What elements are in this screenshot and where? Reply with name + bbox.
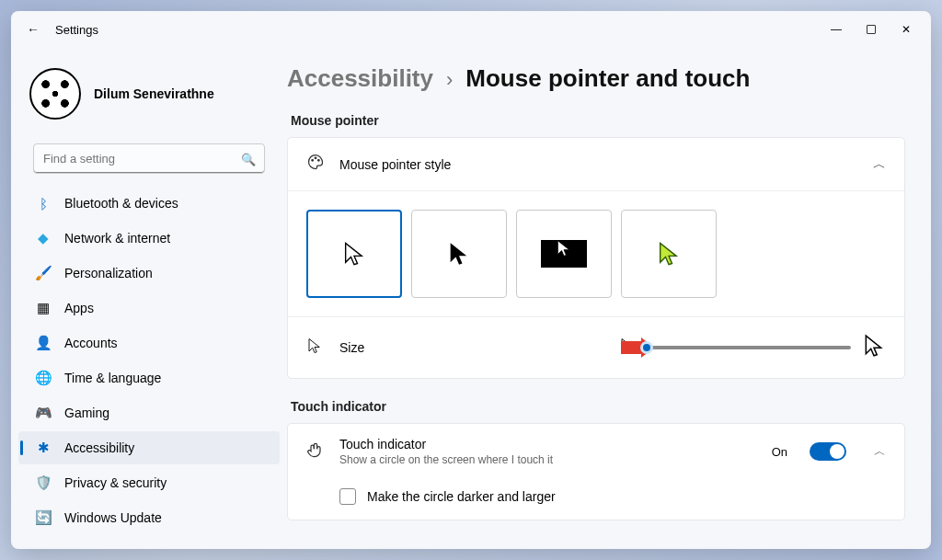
svg-point-2 <box>318 160 320 162</box>
toggle-state-label: On <box>772 445 787 459</box>
touch-icon <box>306 440 325 463</box>
apps-icon: ▦ <box>35 300 52 316</box>
avatar <box>29 68 81 120</box>
back-button[interactable]: ← <box>22 18 44 40</box>
sidebar-item-label: Windows Update <box>64 510 162 525</box>
search-icon: 🔍 <box>241 152 256 166</box>
personalization-icon: 🖌️ <box>35 265 52 281</box>
pointer-style-inverted[interactable] <box>516 210 612 298</box>
touch-indicator-card: Touch indicator Show a circle on the scr… <box>287 423 905 520</box>
update-icon: 🔄 <box>35 509 52 526</box>
pointer-style-card: Mouse pointer style ︿ <box>287 137 905 379</box>
settings-window: ← Settings — ✕ Dilum Senevirathne 🔍 ᛒ Bl… <box>11 11 931 549</box>
breadcrumb-parent[interactable]: Accessibility <box>287 64 433 93</box>
sidebar-item-accounts[interactable]: 👤 Accounts <box>18 326 280 360</box>
sidebar-item-label: Apps <box>64 301 94 315</box>
page-title: Mouse pointer and touch <box>465 64 750 93</box>
sidebar-item-label: Gaming <box>64 406 109 420</box>
sidebar-item-label: Privacy & security <box>64 475 167 490</box>
slider-thumb[interactable] <box>640 341 653 354</box>
pointer-style-custom[interactable] <box>621 210 717 298</box>
bluetooth-icon: ᛒ <box>35 195 52 211</box>
cursor-small-icon <box>306 337 323 358</box>
pointer-style-white[interactable] <box>306 210 402 298</box>
section-touch-title: Touch indicator <box>291 399 905 414</box>
network-icon: ◆ <box>35 230 52 246</box>
sidebar-item-personalization[interactable]: 🖌️ Personalization <box>18 257 280 290</box>
maximize-button[interactable] <box>865 23 878 36</box>
chevron-up-icon: ︿ <box>873 156 886 173</box>
titlebar: ← Settings — ✕ <box>11 11 931 48</box>
sidebar-item-update[interactable]: 🔄 Windows Update <box>18 501 280 534</box>
checkbox-label: Make the circle darker and larger <box>367 489 556 504</box>
sidebar-item-privacy[interactable]: 🛡️ Privacy & security <box>18 466 280 499</box>
cursor-large-icon <box>862 334 886 361</box>
privacy-icon: 🛡️ <box>35 474 52 491</box>
main: Accessibility › Mouse pointer and touch … <box>287 48 931 549</box>
pointer-size-label: Size <box>339 340 364 355</box>
sidebar-item-label: Personalization <box>64 266 153 280</box>
gaming-icon: 🎮 <box>35 405 52 421</box>
chevron-right-icon: › <box>446 68 453 92</box>
search: 🔍 <box>33 143 265 174</box>
svg-point-0 <box>312 160 314 162</box>
touch-toggle[interactable] <box>810 442 846 461</box>
sidebar-item-label: Network & internet <box>64 231 170 246</box>
username: Dilum Senevirathne <box>94 86 214 101</box>
accounts-icon: 👤 <box>35 335 52 351</box>
profile[interactable]: Dilum Senevirathne <box>18 59 280 136</box>
slider-track[interactable] <box>647 346 851 349</box>
sidebar-item-network[interactable]: ◆ Network & internet <box>18 222 280 255</box>
pointer-size-slider[interactable] <box>619 334 886 361</box>
sidebar-item-bluetooth[interactable]: ᛒ Bluetooth & devices <box>18 187 280 220</box>
sidebar-item-apps[interactable]: ▦ Apps <box>18 291 280 325</box>
darker-larger-checkbox[interactable] <box>339 488 356 505</box>
sidebar-item-label: Time & language <box>64 371 161 385</box>
touch-description: Show a circle on the screen where I touc… <box>339 453 553 466</box>
time-icon: 🌐 <box>35 370 52 386</box>
section-mouse-title: Mouse pointer <box>291 113 905 128</box>
sidebar-item-time[interactable]: 🌐 Time & language <box>18 361 280 394</box>
search-input[interactable] <box>33 143 265 174</box>
palette-icon <box>306 153 325 176</box>
breadcrumb: Accessibility › Mouse pointer and touch <box>287 57 905 109</box>
app-title: Settings <box>55 23 98 37</box>
pointer-style-header[interactable]: Mouse pointer style ︿ <box>288 138 904 191</box>
sidebar-item-label: Accessibility <box>64 440 134 455</box>
sidebar-item-label: Bluetooth & devices <box>64 196 178 211</box>
touch-heading: Touch indicator <box>339 437 553 451</box>
close-button[interactable]: ✕ <box>900 23 913 36</box>
sidebar: Dilum Senevirathne 🔍 ᛒ Bluetooth & devic… <box>11 48 287 549</box>
pointer-size-row: Size <box>288 316 904 378</box>
chevron-up-icon[interactable]: ︿ <box>874 443 886 460</box>
pointer-style-options <box>306 210 886 298</box>
window-controls: — ✕ <box>830 23 920 36</box>
accessibility-icon: ✱ <box>35 440 52 456</box>
svg-point-1 <box>315 157 316 159</box>
pointer-style-black[interactable] <box>411 210 507 298</box>
sidebar-item-label: Accounts <box>64 336 118 350</box>
sidebar-item-accessibility[interactable]: ✱ Accessibility <box>18 431 280 464</box>
minimize-button[interactable]: — <box>830 23 843 36</box>
sidebar-item-gaming[interactable]: 🎮 Gaming <box>18 396 280 429</box>
pointer-style-label: Mouse pointer style <box>339 157 451 172</box>
